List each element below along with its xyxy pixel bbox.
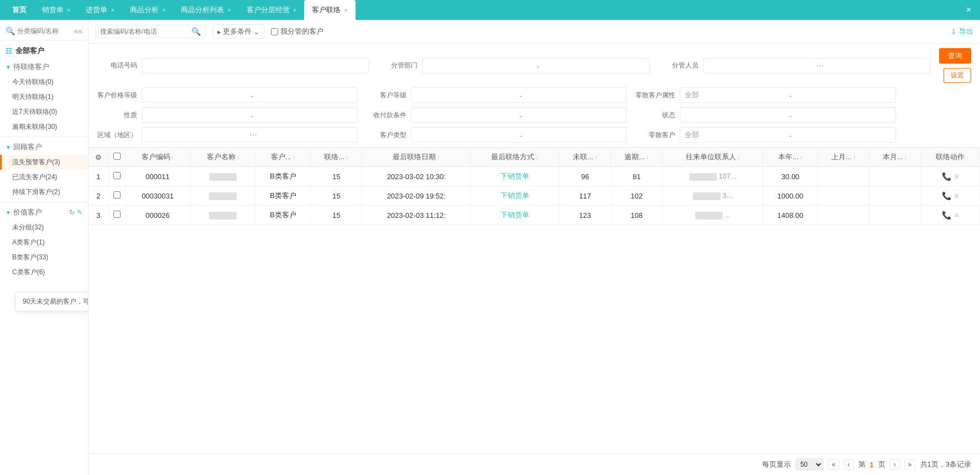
sort-icon-year[interactable]: ↕ — [800, 154, 802, 160]
my-customers-checkbox[interactable] — [271, 28, 278, 35]
th-settings[interactable]: ⚙ — [88, 148, 108, 167]
sort-icon-method[interactable]: ↕ — [535, 154, 538, 160]
value-refresh-icon[interactable]: ↻ — [69, 208, 75, 216]
sort-icon-code[interactable]: ↕ — [171, 154, 174, 160]
method-link-2[interactable]: 下销货单 — [501, 211, 529, 219]
cell-tmonth-0 — [869, 167, 921, 186]
next-page-button[interactable]: › — [890, 459, 900, 470]
phone-input[interactable] — [142, 58, 369, 74]
sidebar-item-week-pending[interactable]: 近7天待联络(0) — [0, 105, 88, 119]
sidebar-item-declining[interactable]: 持续下滑客户(2) — [0, 185, 88, 200]
status-select[interactable]: ⌄ — [680, 107, 896, 123]
customer-level-select[interactable]: ⌄ — [411, 87, 627, 103]
sidebar-all-customers[interactable]: ☷ 全部客户 — [0, 43, 88, 59]
sidebar-item-class-a[interactable]: A类客户(1) — [0, 235, 88, 250]
tab-purchase-order-label: 进货单 — [86, 5, 107, 15]
search-input[interactable] — [100, 28, 189, 35]
manager-select[interactable]: ··· — [703, 58, 930, 74]
payment-select[interactable]: ⌄ — [411, 107, 627, 123]
cell-cb-1[interactable] — [108, 186, 125, 206]
sort-icon-overdue[interactable]: ↕ — [646, 154, 649, 160]
sidebar-item-class-c[interactable]: C类客户(6) — [0, 265, 88, 280]
customer-type-select[interactable]: ⌄ — [411, 127, 627, 143]
tab-purchase-order-close[interactable]: × — [111, 7, 114, 13]
th-checkbox[interactable] — [108, 148, 125, 167]
cell-year-2: 1408.00 — [763, 206, 817, 225]
tab-product-analysis-close[interactable]: × — [162, 7, 165, 13]
sort-icon-date[interactable]: ↕ — [437, 154, 440, 160]
my-customers-checkbox-label[interactable]: 我分管的客户 — [271, 27, 324, 36]
sidebar-search-input[interactable] — [17, 27, 74, 35]
sidebar-item-churn-warning[interactable]: 流失预警客户(3) — [0, 155, 88, 170]
dept-select[interactable]: ⌄ — [422, 58, 649, 74]
cell-cb-0[interactable] — [108, 167, 125, 186]
sidebar-item-class-b[interactable]: B类客户(33) — [0, 250, 88, 265]
contact-icon-0[interactable]: 📞 — [942, 172, 951, 181]
last-page-button[interactable]: » — [904, 459, 916, 470]
more-action-icon-1[interactable]: ≡ — [955, 191, 959, 200]
tab-home[interactable]: 首页 — [4, 0, 34, 20]
sort-icon-count[interactable]: ↕ — [346, 154, 348, 160]
cell-method-1[interactable]: 下销货单 — [471, 186, 560, 206]
region-dots-icon[interactable]: ··· — [249, 130, 352, 140]
settings-button[interactable]: 设置 — [943, 68, 971, 83]
tab-customer-contact[interactable]: 客户联络 × — [304, 0, 355, 20]
search-box[interactable]: 🔍 — [95, 25, 206, 38]
row-checkbox-1[interactable] — [113, 191, 121, 199]
tab-product-analysis-list[interactable]: 商品分析列表 × — [173, 0, 238, 20]
contact-icon-1[interactable]: 📞 — [942, 191, 951, 200]
price-level-select[interactable]: ⌄ — [142, 87, 358, 103]
cell-num-1: 2 — [88, 186, 108, 206]
sort-icon-type[interactable]: ↕ — [293, 154, 295, 160]
sidebar-item-tomorrow-pending[interactable]: 明天待联络(1) — [0, 90, 88, 105]
row-checkbox-2[interactable] — [113, 211, 121, 218]
nature-select[interactable]: ⌄ — [142, 107, 358, 123]
sort-icon-name[interactable]: ↕ — [237, 154, 239, 160]
sidebar-item-unclassified[interactable]: 未分组(32) — [0, 220, 88, 235]
contact-icon-2[interactable]: 📞 — [942, 211, 951, 220]
sidebar-item-churned[interactable]: 已流失客户(24) — [0, 170, 88, 185]
sidebar-section-pending-contact[interactable]: ▼ 待联络客户 — [0, 59, 88, 75]
method-link-0[interactable]: 下销货单 — [501, 172, 529, 180]
tab-customer-tier[interactable]: 客户分层经营 × — [239, 0, 304, 20]
query-button[interactable]: 查询 — [939, 48, 971, 64]
tab-sales-order[interactable]: 销货单 × — [34, 0, 78, 20]
close-window-button[interactable]: × — [962, 5, 976, 15]
prev-page-button[interactable]: ‹ — [844, 459, 854, 470]
export-button[interactable]: ⇩ 导出 — [951, 27, 973, 36]
first-page-button[interactable]: « — [828, 459, 840, 470]
sort-icon-lmonth[interactable]: ↕ — [853, 154, 856, 160]
region-select[interactable]: ··· — [142, 127, 358, 143]
sidebar-item-today-pending[interactable]: 今天待联络(0) — [0, 75, 88, 90]
tab-product-analysis-list-close[interactable]: × — [227, 7, 231, 13]
sort-icon-person[interactable]: ↕ — [737, 154, 740, 160]
tab-customer-tier-close[interactable]: × — [293, 7, 296, 13]
tab-sales-order-close[interactable]: × — [67, 7, 70, 13]
sidebar-section-value[interactable]: ▼ 价值客户 ↻ ✎ — [0, 205, 88, 220]
more-action-icon-0[interactable]: ≡ — [955, 172, 959, 181]
sort-icon-uncontacted[interactable]: ↕ — [595, 154, 597, 160]
cell-method-2[interactable]: 下销货单 — [471, 206, 560, 225]
method-link-1[interactable]: 下销货单 — [501, 191, 529, 200]
tab-customer-contact-close[interactable]: × — [344, 7, 347, 13]
more-conditions-button[interactable]: ▸ 更多条件 ⌄ — [212, 24, 264, 39]
cell-cb-2[interactable] — [108, 206, 125, 225]
select-all-checkbox[interactable] — [113, 153, 121, 160]
page-size-select[interactable]: 50 100 200 — [795, 458, 823, 471]
cell-method-0[interactable]: 下销货单 — [471, 167, 560, 186]
sort-icon-tmonth[interactable]: ↕ — [904, 154, 907, 160]
sidebar-collapse-button[interactable]: «« — [74, 27, 82, 35]
tab-product-analysis[interactable]: 商品分析 × — [122, 0, 173, 20]
manager-dots-icon[interactable]: ··· — [816, 61, 925, 71]
value-edit-icon[interactable]: ✎ — [77, 208, 82, 216]
search-button-icon[interactable]: 🔍 — [191, 27, 201, 36]
more-action-icon-2[interactable]: ≡ — [955, 211, 959, 220]
sidebar-item-overdue-pending[interactable]: 逾期未联络(30) — [0, 119, 88, 134]
table-body: 1 000011 B类客户 15 2023-03-02 10:30: 下销货单 … — [88, 167, 980, 225]
row-checkbox-0[interactable] — [113, 172, 121, 179]
sidebar-section-review[interactable]: ▼ 回顾客户 — [0, 139, 88, 155]
retail-customer-select[interactable]: 全部 ⌄ — [680, 127, 896, 143]
tab-purchase-order[interactable]: 进货单 × — [78, 0, 122, 20]
tab-product-analysis-list-label: 商品分析列表 — [181, 5, 224, 15]
retail-attr-select[interactable]: 全部 ⌄ — [680, 87, 896, 103]
